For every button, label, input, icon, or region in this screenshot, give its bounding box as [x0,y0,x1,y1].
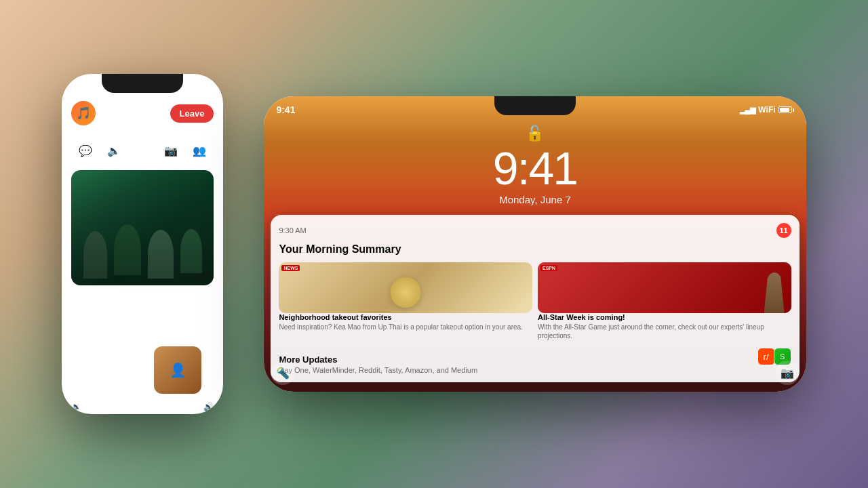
song-artist: Wolf Alice [71,309,110,319]
espn-badge: ESPN [540,265,557,271]
phone-1: 9:41 ▂▄▆ ▾ 🎵 Started "Smile" For Jus [62,74,223,414]
story-2-col: ESPN All-Star Week is coming! With the A… [538,262,791,340]
message-button[interactable]: 💬 [71,136,100,165]
banner-subtitle: For Justin Arnold › [101,115,165,123]
progress-times: 1:15 -2:05 [71,329,214,337]
sport-overlay [538,262,791,313]
song-details: Smile Wolf Alice [71,295,110,319]
progress-bar[interactable]: 1:15 -2:05 [71,326,214,337]
phone-1-screen: 9:41 ▂▄▆ ▾ 🎵 Started "Smile" For Jus [62,74,223,414]
avatar: 🎵 [71,101,96,125]
story-1-desc: Need inspiration? Kea Mao from Up Thai i… [279,323,532,331]
facetime-banner: 🎵 Started "Smile" For Justin Arnold › Le… [62,96,223,131]
notification-card: 9:30 AM 11 Your Morning Summary NEWS Nei… [271,215,799,382]
lock-date: Monday, June 7 [264,194,806,205]
story-2-desc: With the All-Star Game just around the c… [538,323,791,340]
pip-video[interactable]: 👤 [154,346,201,394]
story-1-col: NEWS Neighborhood takeout favorites Need… [279,262,532,340]
playback-controls: ⏮ ⏸ 👤 [62,341,223,399]
volume-bar: 🔉 🔊 [62,399,223,414]
rewind-button[interactable]: ⏮ [84,361,99,379]
lock-signal: ▂▄▆ [740,106,756,115]
leave-button[interactable]: Leave [170,104,214,123]
notch-1 [102,74,183,93]
news-badge: NEWS [281,265,300,271]
progress-thumb [146,323,153,330]
lock-battery [778,106,794,113]
battery-icon-1 [194,84,210,91]
notification-time: 9:30 AM [279,226,306,235]
volume-max-icon: 🔊 [203,402,214,411]
lock-time: 9:41 [264,145,806,191]
volume-thumb [159,403,166,410]
banner-text: Started "Smile" For Justin Arnold › [101,104,165,123]
facetime-video [71,170,214,285]
volume-min-icon: 🔉 [71,402,81,411]
volume-fill [87,406,159,408]
video-button[interactable]: 📷 [157,136,185,165]
progress-track [71,326,214,328]
notification-title: Your Morning Summary [279,243,791,256]
lock-wifi-icon: WiFi [758,105,775,115]
more-updates-section: More Updates Day One, WaterMinder, Reddi… [279,347,791,374]
wifi-icon: ▾ [187,83,191,92]
song-info: Smile Wolf Alice ··· [62,285,223,322]
time-remaining: -2:05 [199,329,214,337]
camera-button-lock[interactable]: 📷 [775,361,800,385]
story-2-image[interactable]: ESPN [538,262,791,313]
notification-header: 9:30 AM 11 [279,223,791,238]
progress-fill [71,326,150,328]
lock-status-time: 9:41 [276,104,295,115]
notch-3 [494,96,576,115]
facetime-controls: 💬 🔈 🎙 📷 👥 [62,131,223,170]
story-1-title: Neighborhood takeout favorites [279,313,532,321]
phone-3: 9:41 ▂▄▆ WiFi 🔓 9:41 Monday, June 7 9:30… [264,96,806,392]
lock-signal-icons: ▂▄▆ WiFi [740,105,794,115]
food-dish [391,277,421,308]
avatar-face: 🎵 [71,101,96,125]
story-2-title: All-Star Week is coming! [538,313,791,321]
mic-button[interactable]: 🎙 [128,136,157,165]
more-updates-title: More Updates [279,354,791,365]
banner-title: Started "Smile" [101,104,165,115]
video-overlay [71,170,214,285]
pause-button[interactable]: ⏸ [115,359,137,382]
more-button[interactable]: ··· [195,298,214,317]
story-1-image[interactable]: NEWS [279,262,532,313]
notification-badge: 11 [776,223,791,238]
song-title: Smile [71,295,110,309]
notification-stories: NEWS Neighborhood takeout favorites Need… [279,262,791,340]
banner-left: 🎵 Started "Smile" For Justin Arnold › [71,101,165,125]
lock-icon: 🔓 [264,125,806,142]
status-time-1: 9:41 [75,82,94,93]
more-updates-desc: Day One, WaterMinder, Reddit, Tasty, Ama… [279,366,791,374]
time-elapsed: 1:15 [71,329,84,337]
volume-track[interactable] [87,406,198,408]
phone-3-screen: 9:41 ▂▄▆ WiFi 🔓 9:41 Monday, June 7 9:30… [264,96,806,392]
people-button[interactable]: 👥 [185,136,214,165]
speaker-button[interactable]: 🔈 [100,136,128,165]
reddit-icon: r/ [757,348,775,365]
